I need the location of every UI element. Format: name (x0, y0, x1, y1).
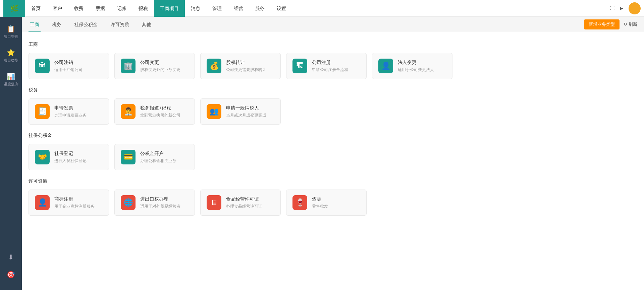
card-公积金开户[interactable]: 💳 公积金开户 办理公积金相关业务 (114, 144, 195, 170)
section-title-社保公积金: 社保公积金 (29, 133, 637, 139)
card-title: 食品经营许可证 (226, 196, 262, 202)
sidebar-item-项目类型[interactable]: ⭐项目类型 (0, 44, 22, 68)
card-desc: 公司变更需要股权转让 (226, 67, 266, 73)
tab-税务[interactable]: 税务 (51, 17, 63, 32)
card-icon: 👤 (378, 59, 393, 73)
card-info: 申请一般纳税人 当月或次月成变更完成 (226, 105, 266, 118)
nav-item-报税[interactable]: 报税 (132, 0, 154, 17)
card-社保登记[interactable]: 🤝 社保登记 进行人员社保登记 (29, 144, 109, 170)
sidebar-item-进度监测[interactable]: 📊进度监测 (0, 68, 22, 91)
card-icon: 🖥 (207, 195, 221, 210)
card-desc: 当月或次月成变更完成 (226, 113, 266, 118)
nav-item-记账[interactable]: 记账 (111, 0, 132, 17)
card-info: 公司注销 适用于注销公司 (54, 60, 83, 73)
card-icon: 🤝 (35, 150, 50, 164)
sidebar-bottom-item[interactable]: ⬇ (7, 248, 15, 266)
card-info: 公司变更 股权变更外的业务变更 (140, 60, 180, 73)
card-title: 公司注销 (54, 60, 83, 66)
card-食品经营许可证[interactable]: 🖥 食品经营许可证 办理食品经营许可证 (200, 190, 281, 216)
card-法人变更[interactable]: 👤 法人变更 适用于公司变更法人 (372, 53, 452, 79)
sidebar-icon: 📊 (7, 72, 15, 80)
sidebar-label: 项目管理 (4, 34, 18, 39)
nav-item-票据[interactable]: 票据 (90, 0, 111, 17)
card-股权转让[interactable]: 💰 股权转让 公司变更需要股权转让 (200, 53, 281, 79)
content-scroll[interactable]: 工商 🏛 公司注销 适用于注销公司 🏢 公司变更 股权变更外的业务变更 💰 股权… (22, 32, 644, 290)
nav-item-服务[interactable]: 服务 (249, 0, 271, 17)
refresh-icon: ↻ (624, 22, 627, 27)
nav-item-消息[interactable]: 消息 (185, 0, 206, 17)
card-icon: 🏢 (121, 59, 136, 73)
card-desc: 办理食品经营许可证 (226, 204, 262, 209)
card-desc: 零售批发 (312, 204, 328, 209)
card-desc: 申请公司注册全流程 (312, 67, 348, 73)
fullscreen-button[interactable]: ⛶ (610, 6, 616, 11)
card-申请发票[interactable]: 🧾 申请发票 办理申请发票业务 (29, 98, 109, 125)
card-title: 社保登记 (54, 151, 87, 157)
card-title: 商标注册 (54, 196, 95, 202)
tab-社保公积金[interactable]: 社保公积金 (73, 17, 99, 32)
card-icon: 🧾 (35, 104, 50, 119)
card-info: 税务报道+记账 拿到营业执照的新公司 (140, 105, 180, 118)
new-type-button[interactable]: 新增业务类型 (584, 19, 620, 29)
card-info: 酒类 零售批发 (312, 196, 328, 209)
card-desc: 适用于对外贸易经营者 (140, 204, 180, 209)
nav-item-工商项目[interactable]: 工商项目 (154, 0, 185, 17)
nav-item-客户[interactable]: 客户 (47, 0, 68, 17)
sidebar-bottom-item[interactable]: 🎯 (7, 266, 15, 283)
card-公司变更[interactable]: 🏢 公司变更 股权变更外的业务变更 (114, 53, 195, 79)
nav-item-收费[interactable]: 收费 (68, 0, 90, 17)
card-title: 法人变更 (398, 60, 434, 66)
sidebar-icon: ⭐ (7, 49, 15, 57)
card-info: 公积金开户 办理公积金相关业务 (140, 151, 176, 164)
cards-grid-税务: 🧾 申请发票 办理申请发票业务 👨‍💼 税务报道+记账 拿到营业执照的新公司 👥… (29, 98, 637, 125)
card-title: 申请一般纳税人 (226, 105, 266, 111)
card-公司注销[interactable]: 🏛 公司注销 适用于注销公司 (29, 53, 109, 79)
card-icon: 👥 (207, 104, 221, 119)
card-icon: 👨‍💼 (121, 104, 136, 119)
card-info: 食品经营许可证 办理食品经营许可证 (226, 196, 262, 209)
sidebar-icon: 📋 (7, 25, 15, 33)
avatar[interactable] (629, 2, 641, 14)
sidebar-bottom-icon: 🎯 (7, 271, 15, 279)
card-info: 进出口权办理 适用于对外贸易经营者 (140, 196, 180, 209)
card-title: 公司变更 (140, 60, 180, 66)
nav-item-管理[interactable]: 管理 (206, 0, 228, 17)
sidebar-item-项目管理[interactable]: 📋项目管理 (0, 20, 22, 44)
card-申请一般纳税人[interactable]: 👥 申请一般纳税人 当月或次月成变更完成 (200, 98, 281, 125)
card-title: 公积金开户 (140, 151, 176, 157)
card-title: 酒类 (312, 196, 328, 202)
refresh-button[interactable]: ↻ 刷新 (624, 21, 637, 27)
nav-item-首页[interactable]: 首页 (25, 0, 47, 17)
card-info: 社保登记 进行人员社保登记 (54, 151, 87, 164)
card-酒类[interactable]: 🍷 酒类 零售批发 (286, 190, 367, 216)
cards-grid-许可资质: 👤 商标注册 用于企业商标注册服务 🌐 进出口权办理 适用于对外贸易经营者 🖥 … (29, 190, 637, 216)
card-税务报道+记账[interactable]: 👨‍💼 税务报道+记账 拿到营业执照的新公司 (114, 98, 195, 125)
card-进出口权办理[interactable]: 🌐 进出口权办理 适用于对外贸易经营者 (114, 190, 195, 216)
card-icon: 👤 (35, 195, 50, 210)
card-info: 商标注册 用于企业商标注册服务 (54, 196, 95, 209)
logo-icon: 🌿 (10, 4, 18, 12)
card-info: 公司注册 申请公司注册全流程 (312, 60, 348, 73)
nav-item-设置[interactable]: 设置 (271, 0, 292, 17)
card-desc: 进行人员社保登记 (54, 158, 87, 164)
tab-actions: 新增业务类型 ↻ 刷新 (584, 19, 637, 29)
nav-item-经营[interactable]: 经营 (228, 0, 249, 17)
vip-button[interactable]: ▶ (620, 6, 625, 11)
card-icon: 🏛 (35, 59, 50, 73)
card-商标注册[interactable]: 👤 商标注册 用于企业商标注册服务 (29, 190, 109, 216)
card-desc: 办理申请发票业务 (54, 113, 87, 118)
card-title: 进出口权办理 (140, 196, 180, 202)
card-desc: 股权变更外的业务变更 (140, 67, 180, 73)
nav-right: ⛶ ▶ (610, 2, 641, 14)
card-icon: 🏗 (292, 59, 307, 73)
section-title-许可资质: 许可资质 (29, 178, 637, 184)
card-icon: 💳 (121, 150, 136, 164)
tab-工商[interactable]: 工商 (29, 17, 41, 32)
card-公司注册[interactable]: 🏗 公司注册 申请公司注册全流程 (286, 53, 367, 79)
card-title: 公司注册 (312, 60, 348, 66)
nav-items: 首页客户收费票据记账报税工商项目消息管理经营服务设置 (25, 0, 610, 17)
logo: 🌿 (3, 0, 25, 17)
tab-许可资质[interactable]: 许可资质 (109, 17, 130, 32)
card-icon: 🌐 (121, 195, 136, 210)
tab-其他[interactable]: 其他 (141, 17, 153, 32)
